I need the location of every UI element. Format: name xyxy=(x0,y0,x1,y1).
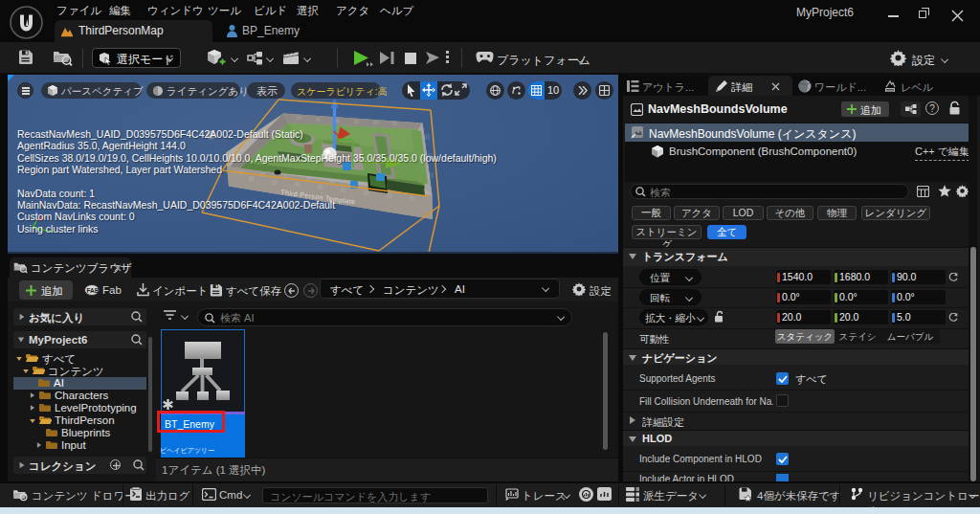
svg-text:FAB: FAB xyxy=(87,287,100,294)
